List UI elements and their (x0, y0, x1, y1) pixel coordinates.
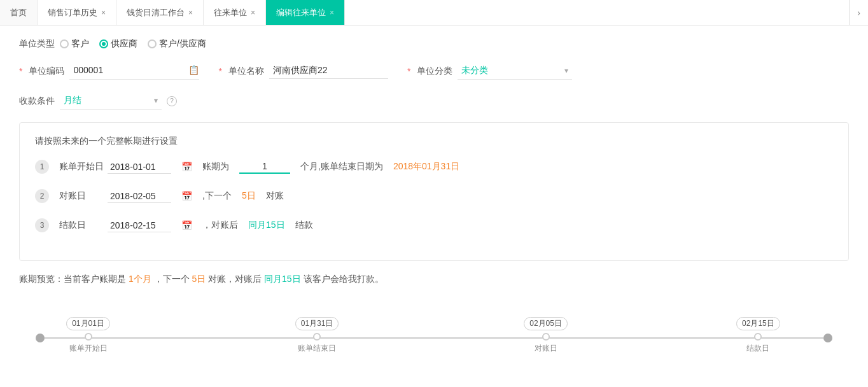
card-intro-text: 请按照未来的一个完整帐期进行设置 (35, 136, 833, 147)
radio-supplier[interactable]: 供应商 (99, 38, 137, 50)
main-content: 单位类型 客户 供应商 客户/供应商 * 单位编码 (0, 25, 868, 387)
step-3-row: 3 结款日 📅 ，对账后 同月15日 结款 (35, 218, 833, 232)
step-1-label: 账单开始日 (59, 161, 97, 172)
step-2-label: 对账日 (59, 190, 97, 202)
timeline-dot-2 (313, 333, 321, 341)
unit-type-label: 单位类型 (19, 38, 55, 50)
unit-category-group: * 单位分类 未分类 ▾ (407, 62, 572, 80)
tab-partner[interactable]: 往来单位 × (204, 0, 266, 25)
preview-text-row: 账期预览：当前客户账期是 1个月 ，下一个 5日 对账，对账后 同月15日 该客… (19, 274, 849, 285)
radio-customer-label: 客户 (71, 38, 89, 50)
payment-terms-help-icon[interactable]: ? (167, 96, 177, 106)
timeline-point-3: 02月05日 对账日 (524, 317, 568, 354)
step-3-label: 结款日 (59, 220, 97, 231)
unit-category-value: 未分类 (461, 65, 562, 76)
radio-both-circle (148, 39, 157, 48)
payment-terms-dropdown[interactable]: 月结 ▾ (60, 92, 162, 109)
step-2-prefix: ,下一个 (202, 190, 232, 202)
timeline-point-2: 01月31日 账单结束日 (295, 317, 339, 354)
timeline-container: 01月01日 账单开始日 01月31日 账单结束日 02月05日 对账日 02月… (25, 317, 843, 368)
radio-supplier-circle (99, 39, 108, 48)
step-3-date-input[interactable] (108, 219, 171, 232)
timeline-end-dot (823, 334, 832, 342)
payment-terms-label: 收款条件 (19, 95, 55, 107)
timeline-label-2: 01月31日 (295, 317, 339, 330)
timeline-section: 01月01日 账单开始日 01月31日 账单结束日 02月05日 对账日 02月… (19, 298, 849, 374)
tab-edit-partner-close[interactable]: × (330, 8, 334, 17)
tab-home[interactable]: 首页 (0, 0, 38, 25)
radio-supplier-label: 供应商 (111, 38, 137, 50)
radio-customer[interactable]: 客户 (60, 38, 89, 50)
radio-both[interactable]: 客户/供应商 (148, 38, 206, 50)
unit-name-input[interactable] (269, 63, 388, 79)
tab-edit-partner[interactable]: 编辑往来单位 × (266, 0, 345, 25)
unit-code-required: * (19, 66, 22, 76)
unit-type-group: 单位类型 客户 供应商 客户/供应商 (19, 38, 206, 50)
unit-name-required: * (218, 66, 221, 76)
preview-prefix: 账期预览：当前客户账期是 (19, 274, 126, 284)
unit-name-label: 单位名称 (228, 66, 264, 77)
tab-sales-history-label: 销售订单历史 (48, 7, 97, 18)
tab-cash-work-label: 钱货日清工作台 (127, 7, 185, 18)
payment-terms-group: 收款条件 月结 ▾ ? (19, 92, 177, 109)
timeline-dot-3 (542, 333, 550, 341)
preview-part4: 对账，对账后 (208, 274, 262, 284)
preview-part3: 5日 (192, 274, 206, 284)
tab-cash-work-close[interactable]: × (188, 8, 193, 17)
unit-category-dropdown[interactable]: 未分类 ▾ (458, 62, 572, 80)
step-1-period-label: 账期为 (202, 161, 229, 172)
tab-sales-history[interactable]: 销售订单历史 × (38, 0, 116, 25)
tab-cash-work[interactable]: 钱货日清工作台 × (116, 0, 204, 25)
unit-code-label: 单位编码 (29, 66, 64, 77)
unit-name-group: * 单位名称 (218, 63, 388, 79)
step-1-num: 1 (35, 160, 49, 174)
step-2-calendar-icon[interactable]: 📅 (181, 191, 192, 201)
billing-period-card: 请按照未来的一个完整帐期进行设置 1 账单开始日 📅 账期为 个月,账单结束日期… (19, 122, 849, 261)
timeline-point-1: 01月01日 账单开始日 (66, 317, 110, 354)
step-2-date-input[interactable] (108, 190, 171, 203)
preview-part1: 1个月 (129, 274, 151, 284)
timeline-desc-3: 对账日 (524, 343, 568, 354)
radio-group-unit-type: 客户 供应商 客户/供应商 (60, 38, 206, 50)
payment-terms-arrow-icon: ▾ (154, 96, 158, 105)
step-3-num: 3 (35, 218, 49, 232)
timeline-line (45, 337, 823, 339)
step-2-num: 2 (35, 189, 49, 203)
timeline-desc-4: 结款日 (736, 343, 780, 354)
tab-partner-close[interactable]: × (251, 8, 255, 17)
timeline-label-1: 01月01日 (66, 317, 110, 330)
tab-partner-label: 往来单位 (214, 7, 247, 18)
preview-part2: ，下一个 (154, 274, 190, 284)
timeline-desc-1: 账单开始日 (66, 343, 110, 354)
unit-code-input[interactable] (69, 62, 188, 78)
preview-part6: 该客户会给我打款。 (304, 274, 384, 284)
tab-sales-history-close[interactable]: × (101, 8, 106, 17)
tab-home-label: 首页 (10, 7, 27, 18)
unit-type-row: 单位类型 客户 供应商 客户/供应商 (19, 38, 849, 50)
unit-info-row: * 单位编码 📋 * 单位名称 * 单位分类 未分类 ▾ (19, 62, 849, 80)
step-2-suffix: 对账 (266, 190, 284, 202)
step-1-period-input[interactable] (239, 160, 290, 174)
timeline-desc-2: 账单结束日 (295, 343, 339, 354)
step-3-calendar-icon[interactable]: 📅 (181, 220, 192, 230)
tabs-bar: 首页 销售订单历史 × 钱货日清工作台 × 往来单位 × 编辑往来单位 × › (0, 0, 868, 25)
unit-code-copy-icon[interactable]: 📋 (188, 65, 199, 75)
timeline-label-3: 02月05日 (524, 317, 568, 330)
step-2-row: 2 对账日 📅 ,下一个 5日 对账 (35, 189, 833, 203)
tab-edit-partner-label: 编辑往来单位 (276, 7, 326, 18)
tab-scroll-arrow[interactable]: › (849, 0, 868, 25)
unit-category-arrow-icon: ▾ (564, 66, 568, 75)
step-1-calendar-icon[interactable]: 📅 (181, 162, 192, 172)
unit-category-required: * (407, 66, 410, 76)
step-1-period-suffix: 个月,账单结束日期为 (300, 161, 383, 172)
payment-terms-row: 收款条件 月结 ▾ ? (19, 92, 849, 109)
step-3-highlight: 同月15日 (248, 220, 285, 231)
step-3-prefix: ，对账后 (202, 220, 238, 231)
timeline-label-4: 02月15日 (736, 317, 780, 330)
timeline-point-4: 02月15日 结款日 (736, 317, 780, 354)
unit-category-label: 单位分类 (417, 66, 452, 77)
timeline-start-dot (36, 334, 45, 342)
step-1-date-input[interactable] (108, 160, 171, 174)
step-1-row: 1 账单开始日 📅 账期为 个月,账单结束日期为 2018年01月31日 (35, 160, 833, 174)
preview-part5: 同月15日 (264, 274, 301, 284)
